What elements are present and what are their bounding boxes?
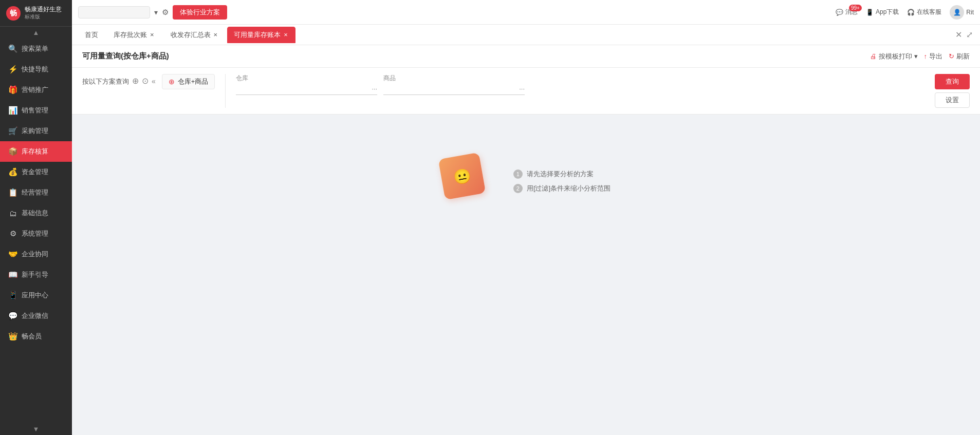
warehouse-field: 仓库 ··· [236, 74, 377, 95]
search-dropdown-button[interactable]: ▾ [154, 8, 158, 16]
print-button[interactable]: 🖨 按模板打印 ▾ [870, 52, 918, 61]
filter-settings-btn[interactable]: 设置 [935, 92, 970, 108]
tab-batch[interactable]: 库存批次账 × [107, 27, 162, 43]
filter-settings-button[interactable]: ⊙ [142, 76, 149, 86]
sidebar-item-basics[interactable]: 🗂 基础信息 [0, 203, 72, 223]
operations-icon: 📋 [8, 188, 17, 197]
finance-icon: 💰 [8, 167, 17, 177]
tab-summary-close-button[interactable]: × [213, 31, 219, 39]
export-icon: ↑ [924, 52, 928, 60]
tab-batch-close-button[interactable]: × [149, 31, 155, 39]
hint-item-2: 2 用[过滤]条件来缩小分析范围 [513, 184, 611, 193]
add-filter-button[interactable]: ⊕ [132, 76, 139, 86]
username-label: Rit [966, 9, 974, 16]
filter-actions: ⊕ ⊙ « [132, 74, 156, 86]
sidebar-logo: 畅 畅康通好生意 标准版 [0, 0, 72, 27]
sidebar-item-vip[interactable]: 👑 畅会员 [0, 326, 72, 347]
collapse-filter-button[interactable]: « [152, 76, 156, 86]
scroll-up-arrow[interactable]: ▲ [0, 27, 72, 39]
product-more-button[interactable]: ··· [519, 85, 525, 92]
system-icon: ⚙ [8, 229, 17, 238]
online-service-item[interactable]: 🎧 在线客服 [907, 8, 941, 16]
avatar: 👤 [950, 5, 964, 20]
sidebar-item-label: 基础信息 [22, 209, 48, 218]
scroll-down-arrow[interactable]: ▼ [0, 423, 72, 435]
refresh-label: 刷新 [956, 52, 970, 61]
search-input[interactable] [78, 6, 150, 18]
hint-num-2: 2 [513, 184, 523, 193]
warehouse-field-label: 仓库 [236, 74, 377, 83]
warehouse-input-wrapper: ··· [236, 85, 377, 95]
export-label: 导出 [929, 52, 942, 61]
sidebar-item-enterprise[interactable]: 🤝 企业协同 [0, 244, 72, 264]
sidebar-item-finance[interactable]: 💰 资金管理 [0, 162, 72, 182]
tab-home[interactable]: 首页 [78, 27, 105, 43]
message-badge: 99+ [849, 5, 862, 11]
export-button[interactable]: ↑ 导出 [924, 52, 943, 61]
sidebar-item-label: 经营管理 [22, 188, 48, 197]
expand-button[interactable]: ⤢ [965, 30, 974, 40]
user-account-item[interactable]: 👤 Rit [950, 5, 974, 20]
hint-item-1: 1 请先选择要分析的方案 [513, 169, 611, 179]
app-download-item[interactable]: 📱 App下载 [866, 8, 899, 16]
sidebar-item-wechat[interactable]: 💬 企业微信 [0, 306, 72, 326]
product-field: 商品 ··· [383, 74, 525, 95]
sidebar-item-label: 系统管理 [22, 229, 48, 238]
shortcut-icon: ⚡ [8, 65, 17, 74]
sidebar-item-shortcut[interactable]: ⚡ 快捷导航 [0, 59, 72, 80]
tab-available[interactable]: 可用量库存账本 × [227, 27, 295, 43]
query-button[interactable]: 查询 [935, 74, 970, 89]
sidebar-item-operations[interactable]: 📋 经营管理 [0, 182, 72, 203]
tab-available-close-button[interactable]: × [283, 31, 289, 39]
hint-num-1: 1 [513, 169, 523, 179]
sidebar-nav: 🔍 搜索菜单 ⚡ 快捷导航 🎁 营销推广 📊 销售管理 🛒 采购管理 📦 库存核… [0, 39, 72, 423]
topbar-right: 💬 消息 99+ 📱 App下载 🎧 在线客服 👤 Rit [836, 5, 974, 20]
sidebar-item-label: 资金管理 [22, 167, 48, 177]
settings-gear-button[interactable]: ⚙ [162, 8, 169, 17]
close-tab-button[interactable]: ✕ [954, 30, 963, 40]
product-input[interactable] [383, 85, 517, 92]
sidebar-item-label: 快捷导航 [22, 65, 48, 74]
print-label: 按模板打印 [879, 52, 912, 61]
main-area: ▾ ⚙ 体验行业方案 💬 消息 99+ 📱 App下载 🎧 在线客服 👤 Rit [72, 0, 980, 435]
basics-icon: 🗂 [8, 209, 17, 218]
content-area: 可用量查询(按仓库+商品) 🖨 按模板打印 ▾ ↑ 导出 ↻ 刷新 [72, 45, 980, 435]
empty-state-inner: 😐 1 请先选择要分析的方案 2 用[过滤]条件来缩小分析范围 [441, 156, 611, 207]
sidebar-item-label: 搜索菜单 [22, 44, 48, 53]
message-icon-item[interactable]: 💬 消息 99+ [836, 8, 858, 16]
logo-sub: 标准版 [25, 13, 62, 21]
gift-icon: 🎁 [8, 85, 17, 94]
tab-home-label: 首页 [85, 30, 98, 40]
warehouse-more-button[interactable]: ··· [372, 85, 377, 92]
tab-summary[interactable]: 收发存汇总表 × [164, 27, 226, 43]
sidebar-item-search[interactable]: 🔍 搜索菜单 [0, 39, 72, 59]
wechat-icon: 💬 [8, 311, 17, 320]
search-icon: 🔍 [8, 44, 17, 53]
sidebar-item-label: 企业协同 [22, 250, 48, 259]
query-fields: 仓库 ··· 商品 ··· [236, 74, 929, 95]
scheme-item-warehouse-product[interactable]: ⊕ 仓库+商品 [162, 74, 215, 89]
sidebar-item-label: 采购管理 [22, 126, 48, 136]
refresh-button[interactable]: ↻ 刷新 [949, 52, 970, 61]
sidebar-item-sales[interactable]: 📊 销售管理 [0, 100, 72, 121]
sidebar-item-appcenter[interactable]: 📱 应用中心 [0, 285, 72, 306]
trial-button[interactable]: 体验行业方案 [173, 5, 227, 20]
warehouse-input[interactable] [236, 85, 369, 92]
filter-panel: 按以下方案查询 ⊕ ⊙ « ⊕ 仓库+商品 仓库 [72, 68, 980, 115]
sidebar-item-inventory[interactable]: 📦 库存核算 [0, 141, 72, 162]
filter-divider [225, 74, 226, 108]
sidebar-item-system[interactable]: ⚙ 系统管理 [0, 223, 72, 244]
sidebar-item-label: 营销推广 [22, 85, 48, 94]
sidebar-item-newbie[interactable]: 📖 新手引导 [0, 264, 72, 285]
filter-label: 按以下方案查询 [82, 74, 129, 86]
logo-name: 畅康通好生意 [25, 6, 62, 14]
appcenter-icon: 📱 [8, 291, 17, 300]
refresh-icon: ↻ [949, 52, 954, 60]
sidebar-item-purchase[interactable]: 🛒 采购管理 [0, 121, 72, 141]
scheme-list: ⊕ 仓库+商品 [162, 74, 215, 89]
query-action-buttons: 查询 设置 [935, 74, 970, 108]
sidebar-item-marketing[interactable]: 🎁 营销推广 [0, 80, 72, 100]
sidebar-item-label: 应用中心 [22, 291, 48, 300]
logo-icon: 畅 [6, 6, 21, 21]
tabs-bar: 首页 库存批次账 × 收发存汇总表 × 可用量库存账本 × ✕ ⤢ [72, 25, 980, 45]
